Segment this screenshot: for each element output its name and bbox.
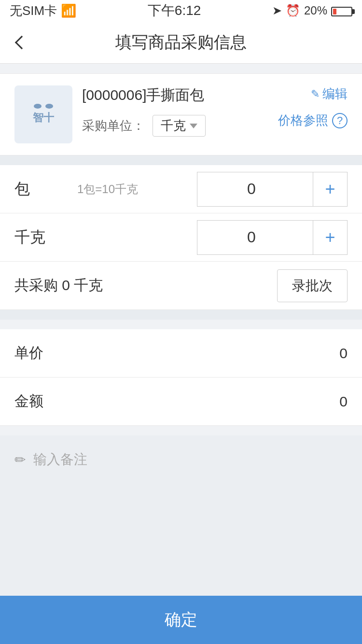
- location-icon: ➤: [272, 4, 282, 17]
- product-card: 智十 [0000006]手撕面包 采购单位： 千克 ✎ 编辑 价格参照 ?: [0, 73, 362, 155]
- amount-row: 金额 0: [0, 378, 362, 426]
- input-section: 包 1包=10千克 + 千克 + 共采购 0 千克 录批次: [0, 165, 362, 310]
- kg-input-row: 千克 +: [0, 213, 362, 262]
- edit-button[interactable]: ✎ 编辑: [311, 85, 348, 102]
- logo-text: 智十: [33, 111, 54, 125]
- unit-label: 采购单位：: [82, 117, 145, 134]
- product-unit-row: 采购单位： 千克: [82, 115, 268, 137]
- battery-percent: 20%: [304, 4, 327, 17]
- alarm-icon: ⏰: [286, 4, 300, 17]
- product-logo: 智十: [33, 104, 54, 125]
- status-time: 下午6:12: [148, 1, 201, 20]
- unit-value: 千克: [161, 117, 186, 134]
- package-plus-button[interactable]: +: [313, 172, 348, 207]
- kg-input-right: +: [197, 220, 348, 255]
- back-button[interactable]: [0, 21, 39, 64]
- status-bar: 无SIM卡 📶 下午6:12 ➤ ⏰ 20%: [0, 0, 362, 21]
- price-reference-button[interactable]: 价格参照 ?: [278, 112, 348, 129]
- confirm-button[interactable]: 确定: [0, 596, 362, 644]
- package-input-row: 包 1包=10千克 +: [0, 165, 362, 213]
- section-divider-2: [0, 310, 362, 320]
- help-icon: ?: [332, 113, 348, 128]
- batch-record-button[interactable]: 录批次: [277, 269, 348, 302]
- package-label: 包: [14, 179, 72, 200]
- package-quantity-input[interactable]: [197, 172, 313, 207]
- section-divider-1: [0, 155, 362, 165]
- kg-quantity-input[interactable]: [197, 220, 313, 255]
- amount-value: 0: [339, 393, 348, 410]
- nav-bar: 填写商品采购信息: [0, 21, 362, 64]
- unit-price-label: 单价: [14, 343, 43, 363]
- battery-icon: [331, 4, 352, 17]
- pencil-icon: ✏: [14, 452, 26, 468]
- summary-row: 共采购 0 千克 录批次: [0, 262, 362, 310]
- carrier-text: 无SIM卡: [10, 2, 57, 19]
- summary-value: 0: [62, 277, 70, 293]
- package-sub-label: 1包=10千克: [77, 182, 138, 197]
- note-placeholder: 输入备注: [33, 450, 87, 469]
- product-info: [0000006]手撕面包 采购单位： 千克: [82, 85, 268, 137]
- price-section: 单价 0 金额 0: [0, 329, 362, 426]
- dropdown-arrow-icon: [190, 124, 197, 128]
- unit-price-value: 0: [339, 345, 348, 362]
- package-input-right: +: [197, 172, 348, 207]
- back-arrow-icon: [15, 35, 28, 49]
- unit-selector[interactable]: 千克: [153, 115, 206, 137]
- page-title: 填写商品采购信息: [0, 31, 362, 54]
- kg-plus-button[interactable]: +: [313, 220, 348, 255]
- product-image: 智十: [14, 85, 72, 143]
- wifi-icon: 📶: [61, 3, 76, 18]
- summary-text: 共采购 0 千克: [14, 276, 103, 295]
- status-icons: ➤ ⏰ 20%: [272, 4, 352, 17]
- note-section[interactable]: ✏ 输入备注: [0, 435, 362, 484]
- status-carrier: 无SIM卡 📶: [10, 2, 76, 19]
- edit-icon: ✎: [311, 88, 320, 100]
- product-actions: ✎ 编辑 价格参照 ?: [278, 85, 348, 129]
- product-name: [0000006]手撕面包: [82, 85, 268, 105]
- kg-label: 千克: [14, 227, 72, 248]
- unit-price-row: 单价 0: [0, 329, 362, 378]
- amount-label: 金额: [14, 392, 43, 411]
